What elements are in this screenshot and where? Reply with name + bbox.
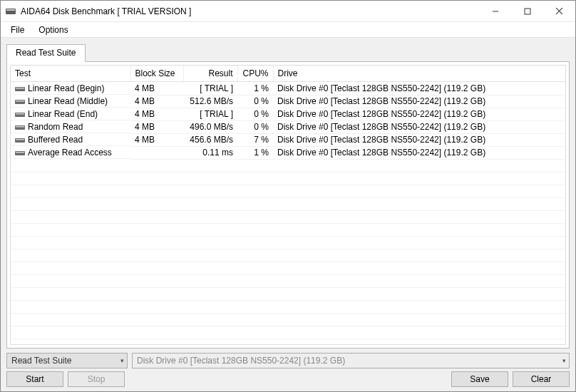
table-row-empty	[11, 274, 565, 287]
test-suite-value: Read Test Suite	[11, 356, 72, 366]
results-grid-wrapper: Test Block Size Result CPU% Drive Linear…	[10, 65, 566, 345]
svg-rect-13	[16, 126, 24, 128]
table-row-empty	[11, 313, 565, 326]
cell-result: [ TRIAL ]	[183, 108, 237, 120]
test-name: Linear Read (Begin)	[28, 83, 104, 93]
cell-result: [ TRIAL ]	[183, 82, 237, 96]
start-button[interactable]: Start	[6, 371, 63, 387]
table-row[interactable]: Linear Read (End)4 MB[ TRIAL ]0 %Disk Dr…	[11, 108, 565, 120]
cell-test: Average Read Access	[11, 146, 130, 159]
menu-options[interactable]: Options	[31, 24, 75, 36]
column-result[interactable]: Result	[183, 66, 237, 82]
app-window: AIDA64 Disk Benchmark [ TRIAL VERSION ] …	[0, 0, 576, 392]
cell-result: 0.11 ms	[183, 146, 237, 159]
menubar: File Options	[1, 22, 575, 38]
close-button[interactable]	[543, 1, 575, 21]
tab-read-test-suite[interactable]: Read Test Suite	[6, 44, 86, 62]
table-row-empty	[11, 223, 565, 236]
table-row[interactable]: Average Read Access0.11 ms1 %Disk Drive …	[11, 146, 565, 159]
table-row[interactable]: Random Read4 MB496.0 MB/s0 %Disk Drive #…	[11, 120, 565, 133]
table-row-empty	[11, 249, 565, 262]
save-button[interactable]: Save	[451, 371, 508, 387]
cell-result: 456.6 MB/s	[183, 133, 237, 146]
table-row-empty	[11, 210, 565, 223]
cell-block	[130, 146, 183, 159]
column-cpu[interactable]: CPU%	[237, 66, 273, 82]
svg-rect-6	[15, 87, 25, 91]
test-name: Linear Read (End)	[28, 109, 98, 119]
cell-block: 4 MB	[130, 108, 183, 120]
drive-dropdown[interactable]: Disk Drive #0 [Teclast 128GB NS550-2242]…	[132, 353, 570, 368]
test-name: Linear Read (Middle)	[28, 96, 108, 106]
results-panel: Test Block Size Result CPU% Drive Linear…	[6, 61, 570, 349]
window-controls	[479, 1, 575, 21]
column-block[interactable]: Block Size	[130, 66, 183, 82]
test-suite-dropdown[interactable]: Read Test Suite ▾	[6, 353, 128, 368]
drive-icon	[15, 98, 25, 105]
results-body: Linear Read (Begin)4 MB[ TRIAL ]1 %Disk …	[11, 82, 565, 339]
drive-dropdown-value: Disk Drive #0 [Teclast 128GB NS550-2242]…	[137, 356, 345, 366]
table-row-empty	[11, 236, 565, 249]
table-row-empty	[11, 197, 565, 210]
menu-file[interactable]: File	[4, 24, 31, 36]
svg-rect-10	[15, 113, 25, 117]
column-test[interactable]: Test	[11, 66, 130, 82]
table-row-empty	[11, 159, 565, 172]
svg-rect-17	[16, 152, 24, 153]
cell-block: 4 MB	[130, 82, 183, 96]
test-name: Random Read	[28, 122, 83, 132]
app-icon	[5, 6, 16, 17]
cell-cpu: 0 %	[237, 108, 273, 120]
svg-rect-16	[15, 151, 25, 155]
drive-icon	[15, 136, 25, 143]
drive-icon	[15, 123, 25, 130]
drive-icon	[15, 85, 25, 92]
cell-drive: Disk Drive #0 [Teclast 128GB NS550-2242]…	[273, 82, 565, 96]
table-row-empty	[11, 300, 565, 313]
svg-rect-15	[16, 139, 24, 140]
table-row[interactable]: Buffered Read4 MB456.6 MB/s7 %Disk Drive…	[11, 133, 565, 146]
table-row-empty	[11, 287, 565, 300]
svg-rect-8	[15, 100, 25, 104]
svg-rect-1	[6, 9, 15, 11]
maximize-button[interactable]	[511, 1, 543, 21]
table-row-empty	[11, 185, 565, 197]
column-header-row: Test Block Size Result CPU% Drive	[11, 66, 565, 82]
svg-rect-7	[16, 88, 24, 89]
column-drive[interactable]: Drive	[273, 66, 565, 82]
svg-rect-9	[16, 100, 24, 102]
tabstrip: Read Test Suite	[6, 43, 570, 61]
cell-cpu: 1 %	[237, 82, 273, 96]
cell-test: Linear Read (Begin)	[11, 82, 130, 95]
cell-drive: Disk Drive #0 [Teclast 128GB NS550-2242]…	[273, 133, 565, 146]
minimize-button[interactable]	[479, 1, 511, 21]
bottom-controls: Read Test Suite ▾ Disk Drive #0 [Teclast…	[6, 349, 570, 387]
spacer	[129, 371, 447, 387]
cell-block: 4 MB	[130, 133, 183, 146]
cell-drive: Disk Drive #0 [Teclast 128GB NS550-2242]…	[273, 120, 565, 133]
cell-cpu: 0 %	[237, 120, 273, 133]
chevron-down-icon: ▾	[562, 357, 566, 364]
stop-button: Stop	[68, 371, 125, 387]
table-row-empty	[11, 262, 565, 274]
cell-block: 4 MB	[130, 95, 183, 108]
cell-drive: Disk Drive #0 [Teclast 128GB NS550-2242]…	[273, 108, 565, 120]
chevron-down-icon: ▾	[120, 357, 124, 364]
results-table: Test Block Size Result CPU% Drive Linear…	[11, 66, 565, 339]
cell-block: 4 MB	[130, 120, 183, 133]
cell-test: Random Read	[11, 120, 130, 133]
table-row-empty	[11, 326, 565, 339]
titlebar: AIDA64 Disk Benchmark [ TRIAL VERSION ]	[1, 1, 575, 22]
svg-rect-11	[16, 113, 24, 115]
table-row[interactable]: Linear Read (Middle)4 MB512.6 MB/s0 %Dis…	[11, 95, 565, 108]
cell-drive: Disk Drive #0 [Teclast 128GB NS550-2242]…	[273, 146, 565, 159]
cell-test: Buffered Read	[11, 133, 130, 146]
cell-cpu: 1 %	[237, 146, 273, 159]
svg-rect-14	[15, 138, 25, 143]
drive-icon	[15, 149, 25, 156]
drive-icon	[15, 110, 25, 118]
table-row[interactable]: Linear Read (Begin)4 MB[ TRIAL ]1 %Disk …	[11, 82, 565, 96]
clear-button[interactable]: Clear	[513, 371, 570, 387]
selector-row: Read Test Suite ▾ Disk Drive #0 [Teclast…	[6, 353, 570, 368]
cell-result: 512.6 MB/s	[183, 95, 237, 108]
